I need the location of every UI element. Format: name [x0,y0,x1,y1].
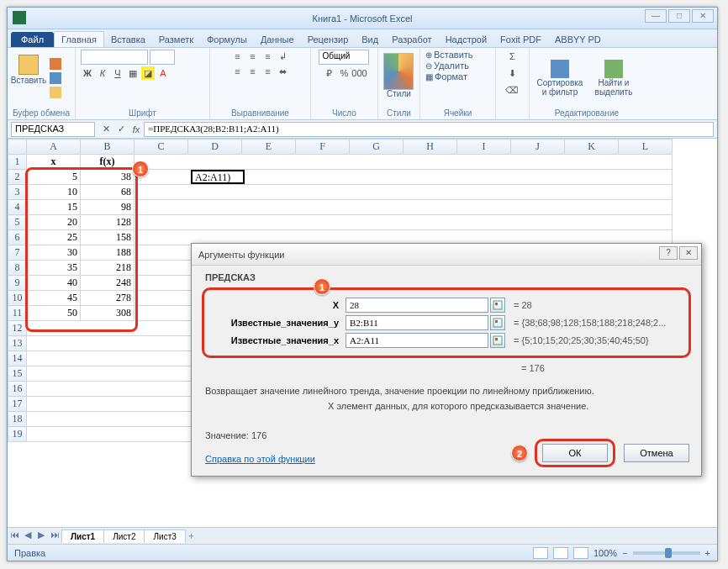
row-header[interactable]: 8 [8,261,27,276]
close-button[interactable]: ✕ [692,9,714,23]
sheet-nav-next[interactable]: ▶ [34,529,48,543]
tab-insert[interactable]: Вставка [104,32,152,47]
range-picker-button[interactable] [490,315,505,330]
zoom-in-button[interactable]: + [705,548,710,558]
underline-button[interactable]: Ч [111,66,124,80]
sheet-tab[interactable]: Лист3 [144,529,185,543]
row-header[interactable]: 16 [8,382,27,397]
name-box[interactable]: ПРЕДСКАЗ [11,122,95,137]
tab-layout[interactable]: Разметк [152,32,200,47]
fx-button[interactable]: fx [129,122,144,137]
active-cell-editor[interactable]: A2:A11) [191,170,245,184]
ok-button[interactable]: ОК [542,444,608,462]
select-all-button[interactable] [8,140,27,155]
align-right-button[interactable]: ≡ [261,65,274,78]
cell[interactable]: 15 [27,200,81,215]
row-header[interactable]: 7 [8,245,27,261]
wrap-button[interactable]: ↲ [276,50,289,63]
currency-button[interactable]: ₽ [322,66,335,80]
fill-button[interactable]: ⬇ [505,66,519,80]
row-header[interactable]: 5 [8,215,27,230]
col-header[interactable]: F [296,140,350,155]
tab-data[interactable]: Данные [254,32,301,47]
view-layout-button[interactable] [553,547,568,559]
cell[interactable]: 20 [27,215,81,230]
help-link[interactable]: Справка по этой функции [205,454,315,464]
cell[interactable]: 10 [27,185,81,200]
maximize-button[interactable]: □ [668,9,690,23]
cell[interactable]: 50 [27,306,81,321]
dialog-help-button[interactable]: ? [659,246,678,260]
row-header[interactable]: 4 [8,200,27,215]
cancel-formula-button[interactable]: ✕ [98,122,113,137]
dialog-close-button[interactable]: ✕ [679,246,698,260]
cell[interactable]: 278 [81,291,135,306]
cell[interactable]: 308 [81,306,135,321]
row-header[interactable]: 3 [8,185,27,200]
format-painter-icon[interactable] [50,87,61,98]
clear-button[interactable]: ⌫ [505,83,519,97]
tab-foxit[interactable]: Foxit PDF [493,32,548,47]
align-center-button[interactable]: ≡ [245,65,259,78]
tab-dev[interactable]: Разработ [385,32,438,47]
cell[interactable]: 30 [27,245,81,261]
col-header[interactable]: H [404,140,457,155]
sheet-nav-last[interactable]: ⏭ [48,529,61,543]
cell[interactable]: 5 [27,170,81,185]
cell[interactable]: f(x) [81,155,135,170]
formula-input[interactable]: =ПРЕДСКАЗ(28;B2:B11;A2:A11) [144,122,714,137]
cell[interactable]: 45 [27,291,81,306]
font-size-select[interactable] [150,50,175,65]
bold-button[interactable]: Ж [81,66,94,80]
cell[interactable]: 68 [81,185,135,200]
enter-formula-button[interactable]: ✓ [113,122,129,137]
align-top-button[interactable]: ≡ [230,50,244,63]
percent-button[interactable]: % [337,66,351,80]
fill-color-button[interactable]: ◪ [141,66,155,80]
sheet-tab[interactable]: Лист2 [103,529,145,543]
row-header[interactable]: 17 [8,397,27,412]
row-header[interactable]: 13 [8,336,27,351]
tab-home[interactable]: Главная [54,31,104,47]
row-header[interactable]: 10 [8,291,27,306]
row-header[interactable]: 19 [8,427,27,442]
arg-x-input[interactable] [346,298,488,313]
align-mid-button[interactable]: ≡ [245,50,259,63]
range-picker-button[interactable] [490,333,505,348]
row-header[interactable]: 14 [8,351,27,366]
row-header[interactable]: 15 [8,366,27,382]
font-color-button[interactable]: A [156,66,170,80]
align-left-button[interactable]: ≡ [230,65,244,78]
cell[interactable]: 38 [81,170,135,185]
cell[interactable]: 188 [81,245,135,261]
col-header[interactable]: L [619,140,673,155]
font-select[interactable] [81,50,148,65]
dialog-titlebar[interactable]: Аргументы функции ? ✕ [192,244,701,266]
paste-button[interactable]: Вставить [13,53,45,103]
cell[interactable]: 35 [27,261,81,276]
row-header[interactable]: 2 [8,170,27,185]
col-header[interactable]: K [565,140,619,155]
sort-filter-button[interactable]: Сортировка и фильтр [535,60,585,97]
comma-button[interactable]: 000 [352,66,366,80]
row-header[interactable]: 11 [8,306,27,321]
col-header[interactable]: B [81,140,135,155]
cancel-button[interactable]: Отмена [624,444,689,462]
tab-formulas[interactable]: Формулы [200,32,254,47]
zoom-slider[interactable] [633,551,700,555]
sheet-tab[interactable]: Лист1 [61,529,104,543]
col-header[interactable]: D [188,140,242,155]
italic-button[interactable]: К [96,66,109,80]
merge-button[interactable]: ⬌ [276,65,289,78]
number-format-select[interactable]: Общий [319,50,369,65]
border-button[interactable]: ▦ [126,66,140,80]
cell[interactable]: 40 [27,276,81,291]
col-header[interactable]: A [27,140,81,155]
tab-abbyy[interactable]: ABBYY PD [548,32,608,47]
cell[interactable]: x [27,155,81,170]
styles-button[interactable]: Стили [383,53,414,103]
find-select-button[interactable]: Найти и выделить [588,60,639,97]
format-cells-button[interactable]: ▦ Формат [425,71,467,82]
align-bot-button[interactable]: ≡ [261,50,274,63]
arg-kx-input[interactable] [346,333,488,348]
